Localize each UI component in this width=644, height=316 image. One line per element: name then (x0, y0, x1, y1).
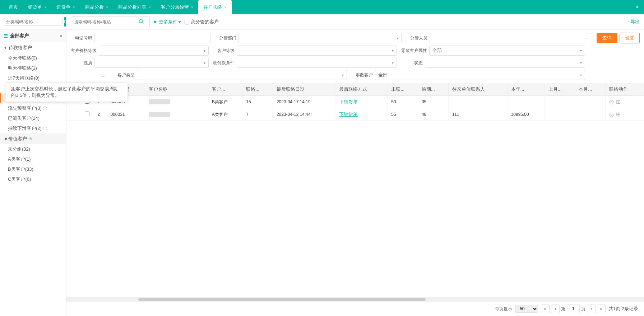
prev-page-button[interactable]: ‹ (551, 305, 560, 313)
sidebar-churned[interactable]: 已流失客户(24) (0, 113, 66, 123)
phone-input[interactable] (94, 33, 210, 43)
th-unread[interactable]: 未联... (388, 83, 418, 96)
td-last-method-2[interactable]: 下销货单 (335, 108, 388, 121)
sidebar-today-contact[interactable]: 今天待联络(0) (0, 53, 66, 63)
sidebar-declining[interactable]: 持续下滑客户(2) ⓘ (0, 123, 66, 133)
customer-grade-label: 客户等级 (213, 48, 235, 54)
nav-label-home: 首页 (9, 4, 18, 10)
payment-select[interactable]: ▾ (237, 58, 397, 68)
last-method-link-2[interactable]: 下销货单 (339, 112, 358, 117)
c-class-label: C类客户(6) (8, 176, 31, 183)
th-contact[interactable]: 联络... (242, 83, 273, 96)
right-content: 更多条件 ▾ 我分管的客户 ↑ 导出 电话号码 分管部门 (66, 14, 644, 316)
more-icon-1[interactable]: ⊞ (616, 99, 621, 105)
nav-item-analysis[interactable]: 商品分析 × (80, 0, 113, 14)
retail-attr-select[interactable]: 全部 ▾ (429, 46, 585, 56)
more-icon-2[interactable]: ⊞ (616, 111, 621, 118)
sidebar-collapse-btn[interactable]: » (59, 33, 62, 39)
retail-select[interactable]: 全部 ▾ (375, 70, 585, 80)
td-settings-2 (66, 108, 81, 121)
th-unit-contact[interactable]: 往来单位联系人 (448, 83, 507, 96)
nav-close-all-button[interactable]: × (636, 4, 639, 10)
payment-label: 收付款条件 (213, 60, 235, 66)
nav-close-sales[interactable]: × (44, 5, 46, 9)
nav-item-purchase[interactable]: 进货单 × (51, 0, 80, 14)
search-button[interactable] (139, 19, 144, 25)
customer-grade-select[interactable]: ▾ (237, 46, 397, 56)
more-conditions-button[interactable]: 更多条件 ▾ (153, 19, 181, 25)
payment-field: 收付款条件 ▾ (213, 58, 397, 68)
nav-close-analysis[interactable]: × (106, 5, 108, 9)
sidebar-7day-contact[interactable]: 近7天待联络(0) (0, 73, 66, 83)
person-select[interactable]: ··· (430, 33, 592, 43)
th-this-month[interactable]: 本月... (575, 83, 606, 96)
my-customers-checkbox-label[interactable]: 我分管的客户 (185, 19, 219, 25)
settings-button[interactable]: 设置 (620, 33, 640, 43)
scroll-thumb[interactable] (138, 298, 426, 301)
filter-row-4: ... 客户类型 ▾ 零散客户 全部 ▾ (71, 70, 640, 80)
nav-item-sales[interactable]: 销货单 × (23, 0, 51, 14)
th-last-method[interactable]: 最后联络方式 (335, 83, 388, 96)
last-method-link-1[interactable]: 下销货单 (339, 99, 358, 104)
td-overdue-2: 48 (418, 108, 448, 121)
td-last-method-1[interactable]: 下销货单 (335, 96, 388, 108)
filter-bar: 更多条件 ▾ 我分管的客户 ↑ 导出 (66, 14, 644, 30)
declining-label: 持续下滑客户(2) (8, 125, 42, 132)
th-last-month[interactable]: 上月... (545, 83, 575, 96)
last-page-button[interactable]: » (597, 305, 606, 313)
th-name[interactable]: 客户名称 (145, 83, 208, 96)
td-this-month-1 (575, 96, 606, 108)
nav-item-home[interactable]: 首页 (4, 0, 23, 14)
gender-select[interactable]: ▾ (94, 58, 209, 68)
query-button[interactable]: 查询 (597, 33, 617, 43)
dept-label: 分管部门 (215, 35, 236, 41)
waiting-contact-group[interactable]: ▼ 待联络客户 (0, 42, 66, 53)
edit-icon[interactable]: ✎ (29, 137, 32, 141)
page-input[interactable] (567, 305, 580, 313)
sidebar-c-class[interactable]: C类客户(6) (0, 174, 66, 184)
nav-item-analysis-list[interactable]: 商品分析列表 × (113, 0, 156, 14)
list-icon: ☰ (4, 33, 8, 39)
nav-item-customer-segment[interactable]: 客户分层经营 × (156, 0, 198, 14)
row2-checkbox[interactable] (85, 112, 89, 116)
sidebar-search-button[interactable] (64, 17, 66, 27)
nav-close-analysis-list[interactable]: × (148, 5, 150, 9)
contact-icon-2[interactable]: ◎ (609, 111, 614, 118)
search-input[interactable] (74, 19, 139, 24)
export-button[interactable]: ↑ 导出 (627, 19, 640, 25)
nav-close-customer-contact[interactable]: × (224, 5, 226, 9)
customer-type-select[interactable]: ▾ (137, 70, 347, 80)
per-page-select[interactable]: 50 (515, 305, 538, 313)
more-conditions-label: 更多条件 (159, 19, 177, 25)
more-dots[interactable]: ... (101, 72, 106, 78)
price-grade-select[interactable]: ▾ (99, 46, 209, 56)
sidebar-all-customers-header[interactable]: ☰ 全部客户 » (0, 30, 66, 42)
row1-actions: ◎ ⊞ (609, 99, 640, 105)
sidebar-a-class[interactable]: A类客户(1) (0, 154, 66, 164)
first-page-button[interactable]: « (541, 305, 550, 313)
my-customers-checkbox[interactable] (185, 20, 189, 24)
retail-attr-label: 零散客户属性 (401, 48, 427, 54)
th-last-date[interactable]: 最后联络日期 (273, 83, 335, 96)
sidebar-b-class[interactable]: B类客户(33) (0, 164, 66, 174)
nav-close-customer-segment[interactable]: × (191, 5, 193, 9)
status-select[interactable]: ▾ (425, 58, 585, 68)
sidebar-churn-warning[interactable]: 流失预警客户(3) ⓘ (0, 103, 66, 113)
contact-icon-1[interactable]: ◎ (609, 99, 614, 105)
th-this-year[interactable]: 本年... (507, 83, 545, 96)
next-page-button[interactable]: › (587, 305, 596, 313)
row2-actions: ◎ ⊞ (609, 111, 640, 118)
dept-select[interactable]: ▾ (238, 33, 401, 43)
sidebar-ungrouped[interactable]: 未分组(32) (0, 144, 66, 154)
value-customer-group[interactable]: ▼ 价值客户 ✎ (0, 133, 66, 144)
horizontal-scrollbar[interactable] (66, 297, 644, 301)
table-header-row: ⚙ 客户编码 客户名称 客户... (66, 83, 644, 96)
sidebar-tomorrow-contact[interactable]: 明天待联络(1) (0, 63, 66, 73)
nav-item-customer-contact[interactable]: 客户联络 × (198, 0, 231, 14)
th-grade[interactable]: 客户... (208, 83, 242, 96)
sidebar-search-input[interactable] (4, 18, 62, 26)
nav-close-purchase[interactable]: × (73, 5, 75, 9)
td-this-month-2 (575, 108, 606, 121)
th-overdue[interactable]: 逾期... (418, 83, 448, 96)
nav-label-analysis: 商品分析 (85, 4, 104, 10)
